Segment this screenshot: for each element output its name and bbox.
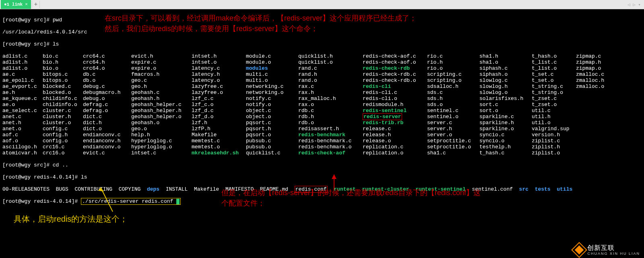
ls-cell: t_string.o xyxy=(532,89,576,96)
ls-cell: slowlog.h xyxy=(479,83,532,89)
prompt-run: [root@wgy redis-4.0.14]# ./src/redis-ser… xyxy=(2,198,642,204)
ls-cell: childinfo.c xyxy=(43,96,83,102)
new-tab-button[interactable]: + xyxy=(32,1,40,8)
ls2-item: runtest-sentinel xyxy=(415,186,466,192)
ls-cell xyxy=(576,89,612,96)
ls-cell: endianconv.h xyxy=(83,138,131,144)
ls-cell: rio.o xyxy=(427,65,479,71)
terminal[interactable]: [root@wgy src]# pwd /usr/local/redis-4.0… xyxy=(0,9,644,212)
nav-arrows[interactable]: ◁ ▷ ▾ xyxy=(627,2,644,7)
ls-cell xyxy=(576,96,612,102)
ls-cell: rio.h xyxy=(427,59,479,65)
ls-cell: geo.c xyxy=(131,77,192,83)
ls-cell: anet.o xyxy=(2,126,43,132)
ls-cell: latency.c xyxy=(192,65,246,71)
ls-cell: pqsort.h xyxy=(246,126,298,132)
ls2-item: deps xyxy=(147,186,159,192)
ls-cell: dict.o xyxy=(83,126,131,132)
ls-cell: redis-check-rdb.o xyxy=(363,77,427,83)
ls-cell: adlist.h xyxy=(2,59,43,65)
ls-cell: bio.o xyxy=(43,65,83,71)
ls-cell xyxy=(576,108,612,114)
ls-cell: sds.c xyxy=(427,89,479,96)
ls-cell: object.c xyxy=(246,108,298,114)
ls-cell: zmalloc.h xyxy=(576,77,612,83)
prompt-ls2: [root@wgy redis-4.0.14]# ls xyxy=(2,174,642,180)
ls-cell: sha1.h xyxy=(479,53,532,59)
ls-cell: util.h xyxy=(532,114,576,120)
ls-cell: lzf_d.c xyxy=(192,108,246,114)
ls-cell: atomicvar.h xyxy=(2,150,43,156)
ls-cell: t_zset.c xyxy=(532,96,576,102)
ls-cell: networking.c xyxy=(246,83,298,89)
ls-cell: rax_malloc.h xyxy=(298,96,363,102)
ls-cell: crc64.h xyxy=(83,59,131,65)
ls-cell: util.o xyxy=(532,120,576,126)
ls-cell: sparkline.h xyxy=(479,120,532,126)
ls-cell: notify.c xyxy=(246,96,298,102)
ls-cell: anet.c xyxy=(2,114,43,120)
ls-cell: lazyfree.o xyxy=(192,89,246,96)
ls-cell: crc16.o xyxy=(43,150,83,156)
ls-cell: debugmacro.h xyxy=(83,89,131,96)
ls-cell: dict.h xyxy=(83,120,131,126)
ls-cell: t_hash.o xyxy=(532,53,576,59)
prompt-ls: [root@wgy src]# ls xyxy=(2,41,642,47)
watermark: 创新互联 CHUANG XIN HU LIAN xyxy=(574,244,640,256)
ls-cell: sdsalloc.h xyxy=(427,83,479,89)
ls2-item: README.md xyxy=(260,186,288,192)
ls-cell: crc64.o xyxy=(83,65,131,71)
ls-cell: pubsub.c xyxy=(246,138,298,144)
ls-cell: t_zset.o xyxy=(532,102,576,108)
ls-cell: aof.o xyxy=(2,138,43,144)
ls-cell: rand.h xyxy=(298,71,363,77)
ls-cell: bitops.c xyxy=(43,71,83,77)
ls-cell: defrag.c xyxy=(83,102,131,108)
ls-cell: module.o xyxy=(246,59,298,65)
ls-cell: geohash.c xyxy=(131,89,192,96)
ls-cell: endianconv.c xyxy=(83,132,131,138)
ls-cell: quicklist.o xyxy=(298,59,363,65)
ls-cell xyxy=(576,126,612,132)
ls-cell: t_hash.c xyxy=(479,150,532,156)
close-icon[interactable]: × xyxy=(25,2,28,7)
ls-cell: config.o xyxy=(43,138,83,144)
ls-cell: ae.o xyxy=(2,102,43,108)
ls-cell: rax.h xyxy=(298,89,363,96)
ls-cell: redismodule.h xyxy=(363,102,427,108)
ls-cell: db.c xyxy=(83,71,131,77)
ls-cell: redis-check-rdb.c xyxy=(363,71,427,77)
ls-cell: ae_epoll.c xyxy=(2,77,43,83)
ls-cell: redis-benchmark.c xyxy=(298,138,363,144)
ls-cell: debug.c xyxy=(83,83,131,89)
ls-cell: memtest.o xyxy=(192,144,246,150)
ls-cell: release.c xyxy=(363,126,427,132)
ls-cell: endianconv.o xyxy=(83,144,131,150)
ls-cell: ae_select.c xyxy=(2,108,43,114)
ls-cell: redis-cli.c xyxy=(363,89,427,96)
ls-cell: pubsub.o xyxy=(246,144,298,150)
ls-cell: childinfo.o xyxy=(43,102,83,108)
ls-cell: config.h xyxy=(43,132,83,138)
ls-cell: quicklist.h xyxy=(298,53,363,59)
ls2-item: tests xyxy=(535,186,551,192)
ls-cell: multi.c xyxy=(246,71,298,77)
ls-cell: ae_kqueue.c xyxy=(2,96,43,102)
ls-cell xyxy=(576,138,612,144)
ls-cell: solarisfixes.h xyxy=(479,96,532,102)
ls-cell: geohash.h xyxy=(131,96,192,102)
prompt-cd: [root@wgy src]# cd .. xyxy=(2,162,642,168)
ls-cell: lzf_c.o xyxy=(192,102,246,108)
ls-cell: setproctitle.c xyxy=(427,138,479,144)
ls-cell: zmalloc.c xyxy=(576,71,612,77)
ls-cell: syncio.c xyxy=(479,132,532,138)
ls-cell: networking.o xyxy=(246,89,298,96)
ls-cell: sparkline.o xyxy=(479,126,532,132)
tab-active[interactable]: ● 1 link × xyxy=(1,0,31,9)
ls-cell: zmalloc.o xyxy=(576,83,612,89)
ls-cell: slowlog.o xyxy=(479,89,532,96)
ls-cell: lzfP.h xyxy=(192,126,246,132)
ls-cell: version.h xyxy=(532,132,576,138)
ls-cell xyxy=(576,144,612,150)
ls-cell: latency.o xyxy=(192,77,246,83)
